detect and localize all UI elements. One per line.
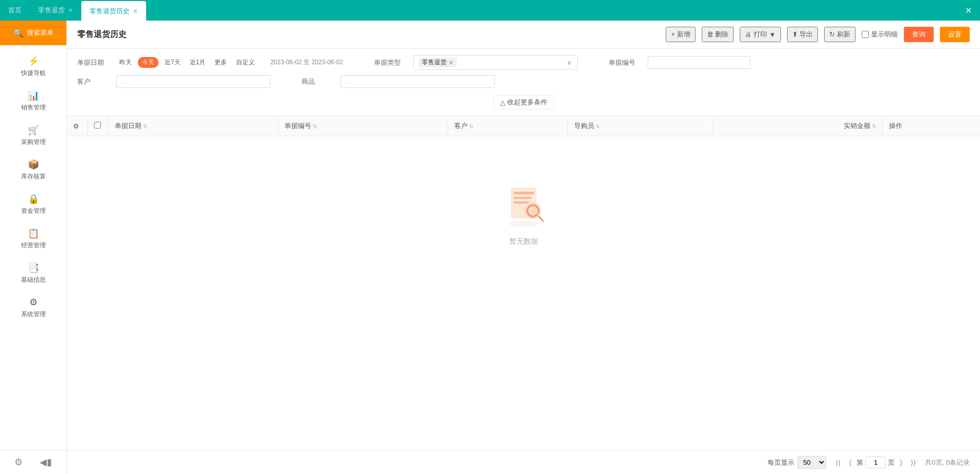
show-detail-checkbox[interactable] <box>862 31 869 38</box>
type-tag-close[interactable]: ✕ <box>449 59 454 66</box>
tab-bar: 首页 零售退货 ✕ 零售退货历史 ✕ <box>0 0 965 21</box>
date-option-more[interactable]: 更多 <box>211 57 230 68</box>
select-all-checkbox[interactable] <box>94 122 101 129</box>
th-guide[interactable]: 导购员 ⇅ <box>567 116 712 136</box>
collapse-button[interactable]: △ 收起更多条件 <box>493 95 554 110</box>
base-info-icon: 📑 <box>28 262 39 274</box>
svg-rect-3 <box>513 197 531 199</box>
th-amount-sort-icon: ⇅ <box>872 123 876 129</box>
tab-retail-return-history[interactable]: 零售退货历史 ✕ <box>81 1 146 22</box>
pagination: ⟨⟨ ⟨ 第 页 ⟩ ⟩⟩ <box>832 457 919 468</box>
data-table: ⚙ 单据日期 ⇅ 单据编号 <box>67 116 980 136</box>
type-filter-select[interactable]: 零售退货 ✕ ∨ <box>413 55 578 70</box>
purchase-icon: 🛒 <box>28 124 39 136</box>
sidebar-item-quick-nav[interactable]: ⚡ 快捷导航 <box>0 49 66 84</box>
collapse-icon: △ <box>500 99 505 106</box>
per-page-select[interactable]: 10 20 50 100 <box>797 456 826 469</box>
sidebar-item-system[interactable]: ⚙ 系统管理 <box>0 290 66 325</box>
page-first-button[interactable]: ⟨⟨ <box>832 457 844 468</box>
date-range-display: 2023-06-02 至 2023-06-02 <box>270 58 343 67</box>
table-area: ⚙ 单据日期 ⇅ 单据编号 <box>67 116 980 450</box>
goods-filter-label: 商品 <box>301 77 330 86</box>
svg-point-0 <box>508 221 539 227</box>
th-customer-sort-icon: ⇅ <box>469 123 473 129</box>
tab-home[interactable]: 首页 <box>0 0 30 21</box>
page-total-text: 共0页, 0条记录 <box>925 458 970 467</box>
svg-line-7 <box>539 216 543 221</box>
settings-col-icon[interactable]: ⚙ <box>73 122 79 130</box>
settings-button[interactable]: 设置 <box>940 27 970 42</box>
query-button[interactable]: 查询 <box>904 27 934 42</box>
sales-icon: 📊 <box>28 90 39 101</box>
th-date-sort-icon: ⇅ <box>143 123 147 129</box>
inventory-icon: 📦 <box>28 159 39 170</box>
sidebar-item-sales[interactable]: 📊 销售管理 <box>0 84 66 118</box>
tab-retail-return[interactable]: 零售退货 ✕ <box>30 0 81 21</box>
number-filter-input[interactable] <box>648 56 751 69</box>
th-number[interactable]: 单据编号 ⇅ <box>278 116 448 136</box>
sidebar-item-purchase[interactable]: 🛒 采购管理 <box>0 118 66 153</box>
th-check[interactable] <box>87 116 108 136</box>
th-actions: 操作 <box>882 116 980 136</box>
type-dropdown-icon: ∨ <box>567 59 572 66</box>
sidebar-item-inventory[interactable]: 📦 库存核算 <box>0 153 66 187</box>
date-option-last1m[interactable]: 近1月 <box>187 57 209 68</box>
th-date[interactable]: 单据日期 ⇅ <box>108 116 278 136</box>
date-option-yesterday[interactable]: 昨天 <box>116 57 135 68</box>
add-button[interactable]: + 新增 <box>666 27 695 42</box>
page-number-input[interactable] <box>865 457 886 468</box>
content-area: 零售退货历史 + 新增 🗑 删除 🖨 打印 ▼ ⬆ 导出 ↻ 刷新 <box>67 21 980 474</box>
print-dropdown-icon: ▼ <box>769 31 776 39</box>
search-icon: 🔍 <box>13 28 24 38</box>
th-number-sort-icon: ⇅ <box>313 123 317 129</box>
page-actions: + 新增 🗑 删除 🖨 打印 ▼ ⬆ 导出 ↻ 刷新 显示明细 <box>666 27 970 42</box>
finance-icon: 🔒 <box>28 193 39 205</box>
date-option-custom[interactable]: 自定义 <box>233 57 258 68</box>
customer-filter-input[interactable]: ... <box>116 75 271 88</box>
date-filter-label: 单据日期 <box>77 58 106 67</box>
close-tab-retail-return[interactable]: ✕ <box>68 7 73 14</box>
audio-bottom-icon[interactable]: ◀▮ <box>40 457 52 468</box>
customer-filter-label: 客户 <box>77 77 106 86</box>
page-last-button[interactable]: ⟩⟩ <box>907 457 919 468</box>
page-title: 零售退货历史 <box>77 29 127 40</box>
sidebar-item-finance[interactable]: 🔒 资金管理 <box>0 187 66 222</box>
goods-filter-input[interactable]: ... <box>341 75 495 88</box>
delete-button[interactable]: 🗑 删除 <box>702 27 734 42</box>
page-header: 零售退货历史 + 新增 🗑 删除 🖨 打印 ▼ ⬆ 导出 ↻ 刷新 <box>67 21 980 49</box>
svg-rect-4 <box>513 202 529 204</box>
refresh-button[interactable]: ↻ 刷新 <box>824 27 856 42</box>
filter-row-1: 单据日期 昨天 今天 近7天 近1月 更多 自定义 2023-06-02 至 2… <box>77 55 970 70</box>
empty-icon <box>498 177 549 229</box>
empty-text: 暂无数据 <box>509 237 538 246</box>
sidebar-nav: ⚡ 快捷导航 📊 销售管理 🛒 采购管理 📦 库存核算 🔒 资金管理 📋 <box>0 45 66 450</box>
date-option-last7[interactable]: 近7天 <box>162 57 184 68</box>
window-close-button[interactable]: ✕ <box>965 6 980 15</box>
sidebar-item-operation[interactable]: 📋 经营管理 <box>0 222 66 256</box>
page-next-button[interactable]: ⟩ <box>897 457 905 468</box>
sidebar-item-base-info[interactable]: 📑 基础信息 <box>0 256 66 290</box>
export-button[interactable]: ⬆ 导出 <box>787 27 818 42</box>
print-button[interactable]: 🖨 打印 ▼ <box>740 27 781 42</box>
sidebar: 🔍 搜索菜单 ⚡ 快捷导航 📊 销售管理 🛒 采购管理 📦 库存核算 🔒 <box>0 21 67 474</box>
close-tab-retail-return-history[interactable]: ✕ <box>133 8 138 15</box>
date-options: 昨天 今天 近7天 近1月 更多 自定义 <box>116 57 258 68</box>
type-tag: 零售退货 ✕ <box>419 58 457 67</box>
type-filter-label: 单据类型 <box>374 58 403 67</box>
page-prev-button[interactable]: ⟨ <box>846 457 854 468</box>
filter-row-2: 客户 ... 商品 ... <box>77 75 970 88</box>
per-page-selector: 每页显示 10 20 50 100 <box>768 456 826 469</box>
sidebar-search[interactable]: 🔍 搜索菜单 <box>0 21 66 45</box>
th-customer[interactable]: 客户 ⇅ <box>448 116 568 136</box>
table-footer: 每页显示 10 20 50 100 ⟨⟨ ⟨ 第 页 ⟩ ⟩⟩ 共0页, 0条记… <box>67 450 980 474</box>
quick-nav-icon: ⚡ <box>28 56 39 67</box>
svg-rect-2 <box>513 192 534 194</box>
date-option-today[interactable]: 今天 <box>138 57 158 68</box>
show-detail-toggle[interactable]: 显示明细 <box>862 30 898 39</box>
top-bar: 首页 零售退货 ✕ 零售退货历史 ✕ ✕ <box>0 0 980 21</box>
th-guide-sort-icon: ⇅ <box>596 123 600 129</box>
th-settings[interactable]: ⚙ <box>67 116 87 136</box>
settings-bottom-icon[interactable]: ⚙ <box>14 457 23 468</box>
th-amount[interactable]: 实销金额 ⇅ <box>712 116 882 136</box>
filter-area: 单据日期 昨天 今天 近7天 近1月 更多 自定义 2023-06-02 至 2… <box>67 49 980 116</box>
